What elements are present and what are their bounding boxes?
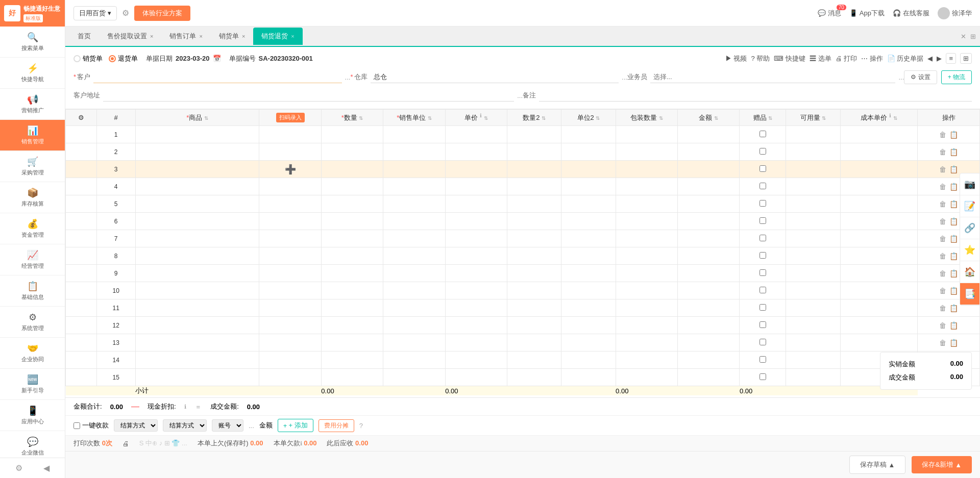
data-cell[interactable] xyxy=(321,317,383,334)
data-cell[interactable] xyxy=(678,334,740,351)
data-cell[interactable] xyxy=(616,299,677,317)
available-cell[interactable] xyxy=(786,299,840,317)
data-cell[interactable] xyxy=(383,143,445,161)
gift-cell[interactable] xyxy=(740,299,786,317)
view-grid-icon[interactable]: ⊞ xyxy=(960,53,972,64)
available-cell[interactable] xyxy=(786,282,840,299)
sidebar-collapse-icon[interactable]: ◀ xyxy=(43,463,50,473)
data-cell[interactable] xyxy=(616,143,677,161)
gift-cell[interactable] xyxy=(740,161,786,178)
data-cell[interactable] xyxy=(561,351,616,369)
data-cell[interactable] xyxy=(383,195,445,213)
app-download-btn[interactable]: 📱 App下载 xyxy=(849,9,885,18)
data-cell[interactable] xyxy=(678,265,740,282)
data-cell[interactable] xyxy=(616,369,677,386)
copy-row-icon[interactable]: 📋 xyxy=(949,339,958,347)
data-cell[interactable] xyxy=(445,195,507,213)
product-cell[interactable] xyxy=(135,317,259,334)
delete-row-icon[interactable]: 🗑 xyxy=(939,148,946,156)
data-cell[interactable] xyxy=(561,126,616,143)
gift-checkbox[interactable] xyxy=(760,287,766,293)
sidebar-item-marketing[interactable]: 📢营销推广 xyxy=(0,89,65,120)
data-cell[interactable] xyxy=(445,247,507,265)
sidebar-item-apps[interactable]: 📱应用中心 xyxy=(0,400,65,431)
cost-cell[interactable] xyxy=(840,317,918,334)
data-cell[interactable] xyxy=(616,178,677,195)
cost-cell[interactable] xyxy=(840,230,918,247)
department-select[interactable]: 日用百货 ▾ xyxy=(74,6,117,20)
data-cell[interactable] xyxy=(678,126,740,143)
print-btn[interactable]: 🖨 打印 xyxy=(836,54,857,63)
copy-row-icon[interactable]: 📋 xyxy=(949,148,958,156)
data-cell[interactable] xyxy=(321,351,383,369)
available-cell[interactable] xyxy=(786,161,840,178)
data-cell[interactable] xyxy=(383,247,445,265)
data-cell[interactable] xyxy=(507,230,561,247)
select-doc-btn[interactable]: ☰ 选单 xyxy=(810,54,831,63)
data-cell[interactable] xyxy=(445,143,507,161)
data-cell[interactable] xyxy=(507,369,561,386)
data-cell[interactable] xyxy=(507,299,561,317)
data-cell[interactable] xyxy=(507,126,561,143)
copy-row-icon[interactable]: 📋 xyxy=(949,165,958,173)
th-gear[interactable]: ⚙ xyxy=(66,110,97,126)
online-service-btn[interactable]: 🎧 在线客服 xyxy=(893,9,929,18)
data-cell[interactable] xyxy=(678,230,740,247)
copy-row-icon[interactable]: 📋 xyxy=(949,304,958,312)
data-cell[interactable] xyxy=(561,334,616,351)
sidebar-item-search[interactable]: 🔍搜索菜单 xyxy=(0,27,65,58)
sidebar-item-operations[interactable]: 📈经营管理 xyxy=(0,244,65,275)
experience-btn[interactable]: 体验行业方案 xyxy=(134,6,190,21)
right-icon-home[interactable]: 🏠 xyxy=(960,261,979,283)
close-tab-sales-order[interactable]: × xyxy=(199,33,202,39)
copy-row-icon[interactable]: 📋 xyxy=(949,269,958,278)
data-cell[interactable] xyxy=(561,230,616,247)
add-row-icon[interactable]: ➕ xyxy=(285,164,296,174)
copy-row-icon[interactable]: 📋 xyxy=(949,321,958,330)
product-cell[interactable] xyxy=(135,195,259,213)
available-cell[interactable] xyxy=(786,213,840,230)
save-draft-btn[interactable]: 保存草稿 ▲ xyxy=(849,456,906,474)
tab-sales-order[interactable]: 销售订单× xyxy=(161,28,210,45)
data-cell[interactable] xyxy=(383,334,445,351)
cost-cell[interactable] xyxy=(840,247,918,265)
video-btn[interactable]: ▶ 视频 xyxy=(725,54,747,63)
tab-price-set[interactable]: 售价提取设置× xyxy=(99,28,161,45)
tabs-menu-icon[interactable]: ⊞ xyxy=(970,33,976,40)
data-cell[interactable] xyxy=(507,213,561,230)
product-cell[interactable] xyxy=(135,126,259,143)
right-icon-note[interactable]: 📝 xyxy=(960,195,979,217)
cost-cell[interactable] xyxy=(840,334,918,351)
data-cell[interactable] xyxy=(561,143,616,161)
sidebar-item-system[interactable]: ⚙系统管理 xyxy=(0,307,65,338)
copy-row-icon[interactable]: 📋 xyxy=(949,131,958,139)
data-cell[interactable] xyxy=(383,265,445,282)
gift-cell[interactable] xyxy=(740,213,786,230)
close-tab-sales-return[interactable]: × xyxy=(291,33,294,39)
gift-checkbox[interactable] xyxy=(760,252,766,259)
sidebar-item-purchase[interactable]: 🛒采购管理 xyxy=(0,151,65,182)
sidebar-item-finance[interactable]: 💰资金管理 xyxy=(0,213,65,244)
gift-cell[interactable] xyxy=(740,369,786,386)
data-cell[interactable] xyxy=(616,213,677,230)
gift-checkbox[interactable] xyxy=(760,269,766,276)
warehouse-input[interactable] xyxy=(371,71,619,83)
data-cell[interactable] xyxy=(507,334,561,351)
gift-checkbox[interactable] xyxy=(760,235,766,241)
available-cell[interactable] xyxy=(786,126,840,143)
save-new-btn[interactable]: 保存&新增 ▲ xyxy=(912,456,972,473)
product-cell[interactable] xyxy=(135,351,259,369)
customer-input[interactable] xyxy=(93,71,342,83)
product-cell[interactable] xyxy=(135,334,259,351)
data-cell[interactable] xyxy=(445,282,507,299)
warehouse-picker-btn[interactable]: ... xyxy=(622,73,627,81)
remark-input[interactable] xyxy=(539,89,972,102)
cost-cell[interactable] xyxy=(840,143,918,161)
address-picker-btn[interactable]: ... xyxy=(517,92,523,99)
data-cell[interactable] xyxy=(616,126,677,143)
data-cell[interactable] xyxy=(321,213,383,230)
right-icon-link[interactable]: 🔗 xyxy=(960,217,979,239)
product-cell[interactable] xyxy=(135,369,259,386)
data-cell[interactable] xyxy=(616,351,677,369)
data-cell[interactable] xyxy=(445,161,507,178)
